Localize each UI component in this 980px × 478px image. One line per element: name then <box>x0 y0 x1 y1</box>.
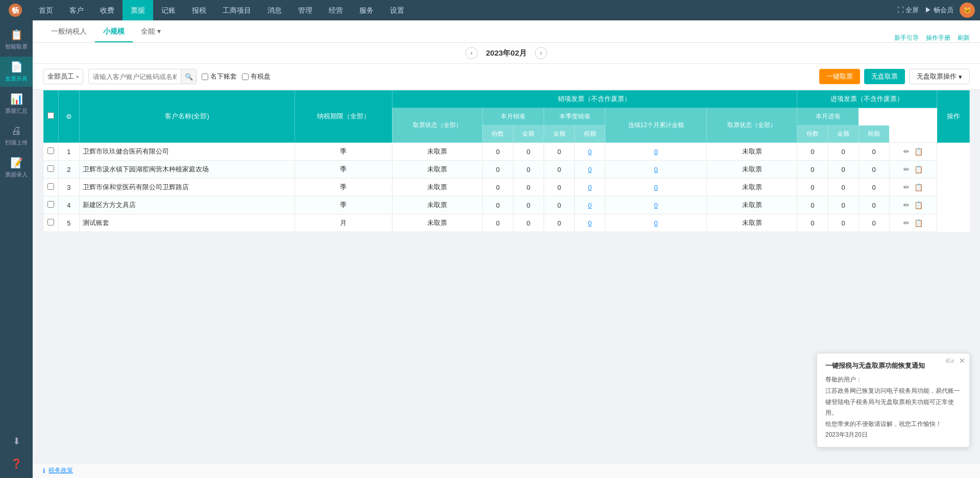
row-tax-period: 季 <box>295 143 392 161</box>
my-account-filter[interactable]: 名下账套 <box>202 72 237 81</box>
no-disk-ops-dropdown-icon: ▾ <box>959 73 962 81</box>
th-month-purchase-count: 份数 <box>797 125 828 143</box>
row-sales-fetch-status: 未取票 <box>392 196 482 214</box>
sidebar-item-invoice-open[interactable]: 📄 发票开具 <box>0 57 33 87</box>
table-body: 1 卫辉市玖玖健合医药有限公司 季 未取票 0 0 0 0 0 未取票 0 0 … <box>43 143 970 232</box>
no-disk-fetch-button[interactable]: 无盘取票 <box>864 69 905 84</box>
toolbar: 全部员工 ▾ 🔍 名下账套 有税盘 一键取票 无盘取票 无盘取票操作 ▾ <box>33 64 980 90</box>
sidebar-item-invoice-entry[interactable]: 📝 票据录入 <box>0 153 33 183</box>
refresh-link[interactable]: 刷新 <box>958 34 970 42</box>
nav-invoice[interactable]: 票据 <box>122 0 153 20</box>
newbie-guide-link[interactable]: 新手引导 <box>894 34 919 42</box>
row-sales-fetch-status: 未取票 <box>392 214 482 232</box>
row-month-purchase-count: 0 <box>797 214 828 232</box>
scan-upload-icon: 🖨 <box>11 125 21 137</box>
member-button[interactable]: ▶ 畅会员 <box>925 6 953 15</box>
row-purchase-fetch-status: 未取票 <box>707 214 797 232</box>
th-tax-period: 纳税期限（全部） <box>295 90 392 143</box>
app-logo[interactable]: 畅 <box>5 0 26 20</box>
th-month-purchase-tax: 税额 <box>859 125 889 143</box>
one-key-fetch-button[interactable]: 一键取票 <box>819 69 860 84</box>
period-navigation: ‹ 2023年02月 › <box>33 43 980 64</box>
nav-collection[interactable]: 收费 <box>92 0 122 20</box>
help-button[interactable]: ❓ <box>7 455 26 473</box>
row-edit-icon[interactable]: ✏ <box>903 147 910 156</box>
row-checkbox-cell <box>43 161 59 179</box>
tab-all[interactable]: 全能 ▾ <box>133 20 169 42</box>
fullscreen-button[interactable]: ⛶ 全屏 <box>897 6 919 15</box>
row-month-purchase-amount: 0 <box>828 179 859 196</box>
sidebar-item-scan-upload[interactable]: 🖨 扫描上传 <box>0 121 33 150</box>
row-detail-icon[interactable]: 📋 <box>914 201 923 209</box>
row-checkbox[interactable] <box>47 201 54 208</box>
nav-settings[interactable]: 设置 <box>382 0 412 20</box>
sidebar-item-invoice-summary[interactable]: 📊 票据汇总 <box>0 89 33 119</box>
nav-tax[interactable]: 报税 <box>184 0 214 20</box>
select-all-checkbox[interactable] <box>47 112 54 119</box>
search-input[interactable] <box>89 73 181 81</box>
row-month-purchase-tax: 0 <box>859 143 889 161</box>
th-this-month-purchase: 本月进项 <box>797 108 859 125</box>
row-checkbox-cell <box>43 214 59 232</box>
row-checkbox[interactable] <box>47 219 54 225</box>
row-actions: ✏ 📋 <box>889 161 937 179</box>
th-sales-fetch-status: 取票状态（全部） <box>392 108 482 143</box>
table-row: 5 测试账套 月 未取票 0 0 0 0 0 未取票 0 0 0 ✏ 📋 <box>43 214 970 232</box>
nav-home[interactable]: 首页 <box>31 0 61 20</box>
next-period-button[interactable]: › <box>535 47 547 59</box>
tab-general[interactable]: 一般纳税人 <box>43 20 95 42</box>
row-edit-icon[interactable]: ✏ <box>903 219 910 227</box>
taxable-filter[interactable]: 有税盘 <box>242 72 271 81</box>
my-account-checkbox[interactable] <box>202 73 208 80</box>
row-no: 4 <box>59 196 80 214</box>
no-disk-ops-button[interactable]: 无盘取票操作 ▾ <box>909 69 970 84</box>
taxable-checkbox[interactable] <box>242 73 249 80</box>
row-checkbox[interactable] <box>47 183 54 190</box>
row-cumulative-12m: 0 <box>605 161 707 179</box>
invoice-entry-icon: 📝 <box>10 157 23 169</box>
manual-link[interactable]: 操作手册 <box>926 34 950 42</box>
prev-period-button[interactable]: ‹ <box>465 47 478 59</box>
row-edit-icon[interactable]: ✏ <box>903 183 910 191</box>
row-season-sales-tax: 0 <box>575 214 605 232</box>
sidebar: 📋 智能取票 📄 发票开具 📊 票据汇总 🖨 扫描上传 📝 票据录入 ⬇ ❓ <box>0 20 33 478</box>
notification-close-button[interactable]: ✕ <box>959 357 965 365</box>
sidebar-item-smart-fetch[interactable]: 📋 智能取票 <box>0 24 33 55</box>
row-detail-icon[interactable]: 📋 <box>914 183 923 191</box>
search-button[interactable]: 🔍 <box>181 69 196 84</box>
row-detail-icon[interactable]: 📋 <box>914 219 923 227</box>
row-purchase-fetch-status: 未取票 <box>707 143 797 161</box>
row-month-purchase-amount: 0 <box>828 214 859 232</box>
row-checkbox[interactable] <box>47 165 54 172</box>
download-button[interactable]: ⬇ <box>7 432 26 450</box>
tax-policy-link[interactable]: 税务政策 <box>48 466 73 475</box>
search-box: 🔍 <box>88 69 197 84</box>
table-row: 1 卫辉市玖玖健合医药有限公司 季 未取票 0 0 0 0 0 未取票 0 0 … <box>43 143 970 161</box>
row-month-purchase-tax: 0 <box>859 161 889 179</box>
row-edit-icon[interactable]: ✏ <box>903 201 910 209</box>
row-sales-fetch-status: 未取票 <box>392 179 482 196</box>
nav-service[interactable]: 服务 <box>351 0 382 20</box>
employee-filter[interactable]: 全部员工 ▾ <box>43 69 83 84</box>
row-tax-period: 季 <box>295 161 392 179</box>
row-checkbox[interactable] <box>47 147 54 154</box>
nav-accounting[interactable]: 记账 <box>153 0 184 20</box>
row-sales-fetch-status: 未取票 <box>392 161 482 179</box>
row-customer-name: 测试账套 <box>79 214 295 232</box>
nav-message[interactable]: 消息 <box>259 0 290 20</box>
user-avatar[interactable]: 🐱 <box>960 3 975 18</box>
th-this-month-sales: 本月销项 <box>482 108 544 125</box>
notification-content: 一键报税与无盘取票功能恢复通知 尊敬的用户： 江苏政务网已恢复访问电子税务局功能… <box>817 354 969 447</box>
nav-operation[interactable]: 经营 <box>321 0 351 20</box>
nav-business[interactable]: 工商项目 <box>214 0 259 20</box>
row-detail-icon[interactable]: 📋 <box>914 165 923 173</box>
nav-management[interactable]: 管理 <box>290 0 321 20</box>
row-month-sales-count: 0 <box>482 196 513 214</box>
row-month-sales-amount: 0 <box>513 143 544 161</box>
nav-customer[interactable]: 客户 <box>61 0 92 20</box>
row-season-sales-amount: 0 <box>544 161 574 179</box>
smart-fetch-icon: 📋 <box>10 29 23 41</box>
row-edit-icon[interactable]: ✏ <box>903 165 910 173</box>
tab-small[interactable]: 小规模 <box>95 20 133 42</box>
row-detail-icon[interactable]: 📋 <box>914 147 923 156</box>
